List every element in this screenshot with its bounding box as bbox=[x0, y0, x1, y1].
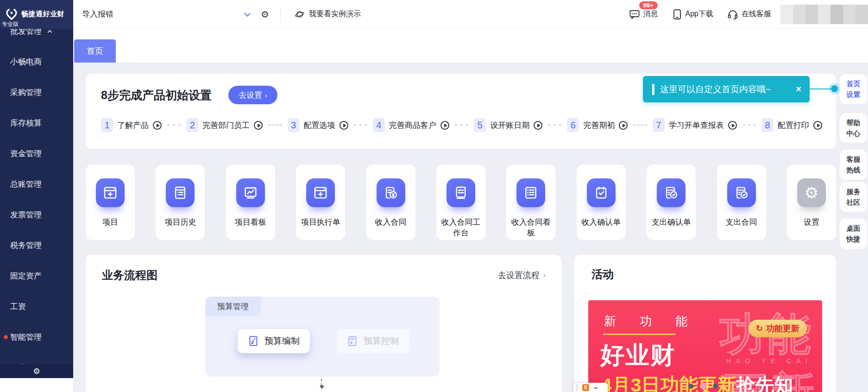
step-connector bbox=[268, 125, 282, 126]
dock-item-label: 桌面快捷 bbox=[846, 223, 862, 245]
tile-label: 收入确认单 bbox=[579, 217, 623, 228]
step-label: 完善部门员工 bbox=[202, 120, 250, 131]
feature-update-button[interactable]: ↻ 功能更新 bbox=[748, 320, 807, 337]
tile-project-board[interactable]: 项目看板 bbox=[226, 164, 275, 240]
banner-headline-rest: 抢先知 bbox=[736, 374, 793, 392]
drag-handle[interactable] bbox=[576, 385, 578, 391]
dock-service-community[interactable]: 服务社区 bbox=[840, 182, 867, 212]
setup-flow-link-label: 去设置流程 bbox=[498, 270, 540, 281]
sidebar-item-invoice[interactable]: 发票管理 bbox=[0, 199, 73, 230]
play-icon[interactable] bbox=[153, 121, 162, 130]
sidebar-item-label: 小畅电商 bbox=[10, 57, 42, 67]
sidebar-item-payroll[interactable]: 工资 bbox=[0, 291, 73, 322]
doc-list-icon bbox=[166, 178, 195, 207]
play-icon[interactable] bbox=[534, 121, 542, 130]
sidebar-item-funds[interactable]: 资金管理 bbox=[0, 138, 73, 169]
play-icon[interactable] bbox=[813, 121, 822, 130]
close-icon[interactable]: × bbox=[789, 84, 801, 95]
dock-item-label: 客服热线 bbox=[846, 154, 862, 176]
tile-label: 收入合同 bbox=[372, 217, 409, 228]
tile-income-contract[interactable]: 收入合同 bbox=[366, 164, 415, 240]
tab-home[interactable]: 首页 bbox=[74, 39, 116, 63]
app-tiles: 项目 项目历史 bbox=[86, 164, 836, 240]
dock-item-label: 首页设置 bbox=[846, 78, 862, 100]
sidebar-item-ledger[interactable]: 总账管理 bbox=[0, 169, 73, 199]
messages-label: 消息 bbox=[643, 9, 658, 19]
setup-step: 6 完善期初 bbox=[567, 118, 628, 132]
dock-help-center[interactable]: 帮助中心 bbox=[840, 113, 867, 143]
online-service-button[interactable]: 在线客服 bbox=[727, 9, 771, 20]
sidebar-item-inventory[interactable]: 库存核算 bbox=[0, 107, 73, 138]
sidebar-item-label: 工资 bbox=[10, 301, 26, 312]
toast-anchor-dot bbox=[831, 85, 838, 92]
business-flow-card: 业务流程图 去设置流程 › 预算管理 bbox=[86, 255, 561, 392]
floating-widget[interactable]: S – bbox=[573, 383, 608, 392]
setup-flow-link[interactable]: 去设置流程 › bbox=[498, 270, 546, 281]
tile-label: 支出合同 bbox=[723, 217, 760, 228]
tab-home-label: 首页 bbox=[87, 45, 103, 57]
play-icon[interactable] bbox=[728, 121, 737, 130]
flow-card-title: 业务流程图 bbox=[102, 268, 157, 283]
step-connector bbox=[167, 125, 181, 126]
step-label: 学习开单查报表 bbox=[669, 120, 724, 131]
workspace-dropdown[interactable]: 导入报错 bbox=[82, 9, 249, 19]
tile-expense-confirmation[interactable]: 支出确认单 bbox=[647, 164, 696, 240]
tile-expense-contract[interactable]: 支出合同 bbox=[717, 164, 766, 240]
sidebar-item-tax[interactable]: 税务管理 bbox=[0, 230, 73, 260]
tile-income-contract-workbench[interactable]: 收入合同工作台 bbox=[436, 164, 485, 240]
sidebar-item-ecommerce[interactable]: 小畅电商 bbox=[0, 46, 73, 77]
dock-service-hotline[interactable]: 客服热线 bbox=[840, 150, 867, 180]
minimize-icon[interactable]: – bbox=[594, 384, 598, 391]
setup-card-title: 8步完成产品初始设置 bbox=[101, 88, 212, 103]
online-service-label: 在线客服 bbox=[742, 9, 771, 19]
settings-gear-icon[interactable]: ⚙ bbox=[261, 10, 269, 19]
tile-label: 收入合同看板 bbox=[506, 217, 555, 239]
app-download-label: App下载 bbox=[686, 9, 713, 19]
play-icon[interactable] bbox=[254, 121, 263, 130]
topbar-divider bbox=[280, 6, 281, 22]
chevron-down-icon bbox=[244, 10, 251, 16]
clipboard-check-icon bbox=[587, 178, 616, 207]
tile-income-confirmation[interactable]: 收入确认单 bbox=[577, 164, 626, 240]
setup-steps: 1 了解产品 2 完善部门员工 3 配置选项 bbox=[101, 118, 822, 132]
activity-banner[interactable]: 功能 更新 HAO YE CAI 新 功 能 好业财 4月3日功能更新抢先知 ↻… bbox=[588, 300, 822, 392]
sidebar-item-label: 智能管理 bbox=[10, 332, 42, 342]
dock-item-label: 帮助中心 bbox=[846, 117, 862, 139]
step-connector bbox=[354, 125, 367, 126]
budget-control-button[interactable]: 预算控制 bbox=[337, 329, 409, 353]
sidebar-item-label: 批发管理 bbox=[10, 29, 42, 37]
messages-button[interactable]: 99+ 消息 bbox=[629, 9, 658, 20]
dock-desktop-shortcut[interactable]: 桌面快捷 bbox=[840, 219, 867, 249]
tile-project-execution[interactable]: 项目执行单 bbox=[296, 164, 345, 240]
banner-brand: 好业财 bbox=[600, 339, 675, 372]
tile-label: 支出确认单 bbox=[649, 217, 694, 228]
step-connector bbox=[548, 125, 561, 126]
play-icon[interactable] bbox=[340, 121, 348, 130]
play-icon[interactable] bbox=[440, 121, 449, 130]
step-number: 2 bbox=[186, 118, 198, 132]
tile-income-contract-board[interactable]: 收入合同看板 bbox=[506, 164, 555, 240]
tile-project[interactable]: 项目 bbox=[86, 164, 135, 240]
setup-step: 1 了解产品 bbox=[101, 118, 162, 132]
demo-link[interactable]: 我要看实例演示 bbox=[295, 9, 361, 19]
sidebar-settings-button[interactable]: ⚙ bbox=[0, 364, 73, 378]
play-icon[interactable] bbox=[619, 121, 628, 130]
doc-plus-icon bbox=[96, 178, 125, 207]
sidebar-item-smart[interactable]: 智能管理 bbox=[0, 322, 73, 352]
carousel-dots[interactable] bbox=[688, 383, 718, 389]
sidebar-item-wholesale[interactable]: 批发管理 bbox=[0, 29, 73, 46]
tile-project-history[interactable]: 项目历史 bbox=[156, 164, 205, 240]
chevron-up-icon bbox=[48, 30, 52, 34]
go-setup-button[interactable]: 去设置 › bbox=[228, 86, 277, 104]
dock-home-settings[interactable]: 首页设置 bbox=[840, 74, 867, 104]
step-label: 完善商品客户 bbox=[389, 120, 436, 131]
brand-logo-block: 畅捷通好业财 专业版 bbox=[0, 0, 73, 29]
app-download-button[interactable]: App下载 bbox=[672, 9, 713, 20]
sidebar-menu: 批发管理 小畅电商 采购管理 库存核算 资金管理 总账管理 发票管理 税务管理 … bbox=[0, 29, 73, 378]
sidebar-item-purchase[interactable]: 采购管理 bbox=[0, 77, 73, 107]
budget-group-label: 预算管理 bbox=[205, 297, 261, 316]
sidebar-item-fixed-assets[interactable]: 固定资产 bbox=[0, 260, 73, 291]
setup-step: 4 完善商品客户 bbox=[373, 118, 449, 132]
budget-prepare-button[interactable]: 预算编制 bbox=[238, 329, 310, 353]
tile-settings[interactable]: ⚙ 设置 bbox=[787, 164, 836, 240]
